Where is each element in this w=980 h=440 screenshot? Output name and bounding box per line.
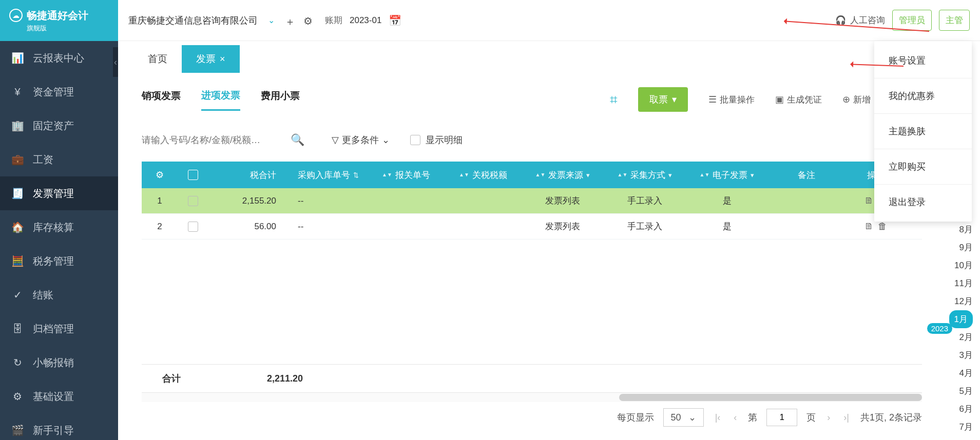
archive-icon: 🗄	[11, 323, 24, 335]
cell-source: 发票列表	[522, 188, 604, 213]
month-2月[interactable]: 2月	[948, 328, 973, 346]
nav-item-funds[interactable]: ¥资金管理	[0, 75, 118, 109]
sort-icon[interactable]: ▲▼	[535, 173, 546, 176]
chevron-down-icon: ▾	[672, 94, 677, 105]
month-8月[interactable]: 8月	[948, 221, 973, 238]
month-11月[interactable]: 11月	[948, 274, 973, 292]
tab-close-icon[interactable]: ×	[220, 54, 225, 65]
menu-buy[interactable]: 立即购买	[874, 149, 972, 184]
subtab-sales[interactable]: 销项发票	[142, 89, 181, 110]
get-invoice-button[interactable]: 取票 ▾	[638, 87, 688, 112]
table-body: 1 2,155.20 -- 发票列表 手工录入 是 🗎 🗑 2 56.00 --…	[142, 188, 922, 239]
table-row[interactable]: 1 2,155.20 -- 发票列表 手工录入 是 🗎 🗑	[142, 188, 922, 214]
pager-first[interactable]: |‹	[713, 412, 723, 423]
summary-label: 合计	[142, 372, 234, 385]
filter-icon[interactable]: ⇅	[353, 171, 359, 179]
gear-icon[interactable]: ⚙	[303, 15, 315, 26]
filter-icon[interactable]: ▾	[751, 171, 754, 179]
tab-home-label: 首页	[148, 53, 167, 64]
th-tax-total[interactable]: 税合计	[208, 162, 291, 188]
nav-item-close[interactable]: ✓结账	[0, 278, 118, 312]
month-7月[interactable]: 7月	[948, 418, 973, 436]
th-remark[interactable]: 备注	[768, 162, 845, 188]
checkbox-icon[interactable]	[410, 135, 420, 145]
admin-pill[interactable]: 管理员	[892, 10, 932, 31]
month-9月[interactable]: 9月	[948, 238, 973, 256]
nav-item-archive[interactable]: 🗄归档管理	[0, 312, 118, 346]
sort-icon[interactable]: ▲▼	[459, 173, 469, 176]
menu-coupons[interactable]: 我的优惠券	[874, 78, 972, 113]
tab-invoice[interactable]: 发票 ×	[182, 45, 240, 73]
nav-item-guide[interactable]: 🎬新手引导	[0, 413, 118, 440]
funnel-icon: ▽	[332, 134, 339, 146]
search-input[interactable]	[142, 135, 285, 146]
nav-item-report2[interactable]: ↻小畅报销	[0, 346, 118, 379]
sort-icon[interactable]: ▲▼	[700, 173, 710, 176]
h-scrollbar[interactable]	[142, 393, 922, 402]
guide-icon: 🎬	[11, 424, 24, 436]
filter-icon[interactable]: ▾	[586, 171, 590, 179]
sort-icon[interactable]: ▲▼	[618, 173, 628, 176]
th-purchase-no[interactable]: 采购入库单号⇅	[291, 162, 368, 188]
per-page-select[interactable]: 50 ⌄	[663, 408, 704, 427]
row-checkbox[interactable]	[188, 196, 198, 206]
th-einv-label: 电子发票	[713, 169, 747, 181]
menu-account-settings[interactable]: 账号设置	[874, 43, 972, 78]
show-detail-toggle[interactable]: 显示明细	[410, 134, 463, 146]
sort-icon[interactable]: ▲▼	[382, 173, 392, 176]
table-row[interactable]: 2 56.00 -- 发票列表 手工录入 是 🗎 🗑	[142, 214, 922, 239]
filter-icon[interactable]: ▾	[668, 171, 672, 179]
show-detail-label: 显示明细	[426, 134, 463, 146]
menu-theme[interactable]: 主题换肤	[874, 114, 972, 149]
month-1月[interactable]: 1月	[949, 310, 973, 328]
batch-action[interactable]: ☰批量操作	[708, 94, 755, 106]
add-icon[interactable]: ＋	[285, 15, 296, 26]
delete-icon[interactable]: 🗑	[878, 221, 887, 232]
calendar-icon[interactable]: 📅	[389, 14, 401, 27]
nav-item-salary[interactable]: 💼工资	[0, 143, 118, 176]
month-10月[interactable]: 10月	[948, 256, 973, 274]
nav-item-stock[interactable]: 🏠库存核算	[0, 210, 118, 244]
h-scrollbar-thumb[interactable]	[619, 394, 922, 401]
sidebar-collapse[interactable]: ‹	[113, 47, 118, 77]
column-settings-icon[interactable]: ⚙	[156, 169, 164, 181]
company-dropdown-icon[interactable]: ⌄	[265, 15, 278, 25]
qr-icon[interactable]: ⌗	[610, 92, 618, 108]
month-4月[interactable]: 4月	[948, 364, 973, 382]
view-icon[interactable]: 🗎	[864, 221, 874, 232]
nav-item-asset[interactable]: 🏢固定资产	[0, 109, 118, 143]
role-pill[interactable]: 主管	[939, 10, 970, 31]
add-action[interactable]: ⊕新增	[842, 94, 871, 106]
month-12月[interactable]: 12月	[948, 292, 973, 310]
gen-voucher[interactable]: ▣生成凭证	[775, 94, 822, 106]
view-icon[interactable]: 🗎	[864, 195, 874, 206]
nav-item-tax[interactable]: 🧮税务管理	[0, 244, 118, 278]
user-menu: 账号设置 我的优惠券 主题换肤 立即购买 退出登录	[874, 41, 972, 222]
select-all-checkbox[interactable]	[188, 170, 198, 180]
subtab-expense[interactable]: 费用小票	[261, 89, 300, 110]
pager-prev[interactable]: ‹	[732, 412, 739, 423]
year-badge: 2023	[927, 323, 952, 334]
nav-item-invoice[interactable]: 🧾发票管理	[0, 176, 118, 210]
row-checkbox[interactable]	[188, 222, 198, 232]
month-6月[interactable]: 6月	[948, 400, 973, 418]
th-collect[interactable]: ▲▼采集方式▾	[604, 162, 686, 188]
th-collect-label: 采集方式	[630, 169, 665, 181]
nav-item-report[interactable]: 📊云报表中心	[0, 41, 118, 75]
menu-logout[interactable]: 退出登录	[874, 185, 972, 219]
month-5月[interactable]: 5月	[948, 382, 973, 400]
pager-last[interactable]: ›|	[841, 412, 851, 423]
month-3月[interactable]: 3月	[948, 346, 973, 364]
search-icon[interactable]: 🔍	[291, 133, 304, 147]
month-rail: 2023 8月9月10月11月12月1月2月3月4月5月6月7月	[948, 221, 973, 436]
th-einv[interactable]: ▲▼电子发票▾	[686, 162, 768, 188]
page-input[interactable]	[766, 409, 797, 426]
more-conditions[interactable]: ▽ 更多条件 ⌄	[332, 134, 390, 146]
subtab-purchase[interactable]: 进项发票	[201, 89, 240, 111]
th-tariff[interactable]: ▲▼关税税额	[445, 162, 522, 188]
th-declare-no[interactable]: ▲▼报关单号	[368, 162, 445, 188]
th-source[interactable]: ▲▼发票来源▾	[522, 162, 604, 188]
nav-item-settings[interactable]: ⚙基础设置	[0, 379, 118, 413]
pager-next[interactable]: ›	[825, 412, 832, 423]
tab-home[interactable]: 首页	[133, 45, 182, 73]
